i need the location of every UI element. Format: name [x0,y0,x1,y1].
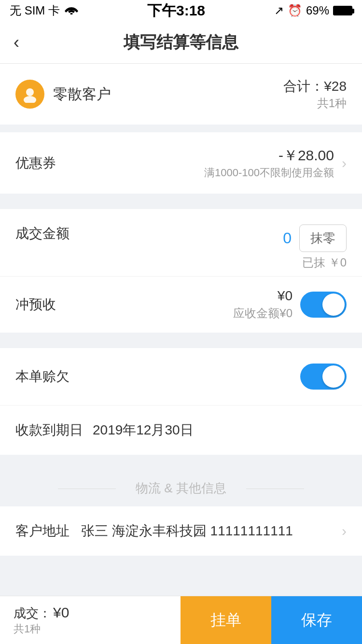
advance-toggle-wrap: ¥0 应收金额¥0 [233,288,292,321]
advance-amount: ¥0 [278,288,292,304]
status-bar: 无 SIM 卡 下午3:18 ↗ ⏰ 69% [0,0,362,21]
bottom-count: 共1种 [14,622,167,636]
due-date-row: 收款到期日 2019年12月30日 [0,405,362,455]
coupon-desc: 满1000-100不限制使用金额 [204,166,334,180]
status-right: ↗ ⏰ 69% [274,4,352,17]
customer-right: 合计：¥28 共1种 [283,77,347,111]
deal-amount-label: 成交金额 [15,224,70,243]
advance-label: 冲预收 [15,295,56,314]
debt-label: 本单赊欠 [15,367,70,386]
coupon-label: 优惠券 [15,154,56,172]
debt-row: 本单赊欠 [0,348,362,405]
advance-right: ¥0 应收金额¥0 [233,288,347,321]
gap-1 [0,201,362,209]
customer-section: 零散客户 合计：¥28 共1种 [0,64,362,125]
customer-total: 合计：¥28 [283,77,347,96]
customer-count: 共1种 [283,96,347,111]
coupon-discount: -￥28.00 [204,146,334,166]
battery-percent: 69% [306,4,329,17]
customer-avatar [15,80,44,109]
svg-point-0 [26,88,34,96]
coupon-value-wrap: -￥28.00 满1000-100不限制使用金额 › [204,146,347,180]
gap-2 [0,340,362,348]
customer-row: 零散客户 合计：¥28 共1种 [0,64,362,125]
customer-left: 零散客户 [15,80,111,109]
wifi-icon [65,4,78,17]
battery-icon [333,6,352,15]
advance-sub: 应收金额¥0 [233,306,292,321]
gap-3 [0,462,362,470]
location-icon: ↗ [274,4,284,17]
coupon-row[interactable]: 优惠券 -￥28.00 满1000-100不限制使用金额 › [0,132,362,194]
debt-section: 本单赊欠 收款到期日 2019年12月30日 [0,348,362,455]
hang-button[interactable]: 挂单 [181,596,271,644]
advance-row: 冲预收 ¥0 应收金额¥0 [0,276,362,333]
address-section: 客户地址 张三 海淀永丰科技园 11111111111 › [0,506,362,556]
coupon-section: 优惠券 -￥28.00 满1000-100不限制使用金额 › [0,132,362,194]
advance-toggle[interactable] [300,292,347,318]
round-zero-button[interactable]: 抹零 [299,224,347,252]
address-label: 客户地址 [15,522,70,540]
address-value: 张三 海淀永丰科技园 11111111111 [81,522,342,540]
bottom-deal-amount: ¥0 [53,604,69,621]
alarm-icon: ⏰ [288,4,302,17]
back-button[interactable]: ‹ [14,32,19,53]
page-title: 填写结算等信息 [124,31,238,54]
coupon-value-right: -￥28.00 满1000-100不限制使用金额 [204,146,334,180]
nav-bar: ‹ 填写结算等信息 [0,21,362,64]
bottom-deal-label: 成交： [14,605,51,622]
no-sim-text: 无 SIM 卡 [10,3,60,18]
save-button[interactable]: 保存 [271,596,362,644]
bottom-bar: 成交： ¥0 共1种 挂单 保存 [0,596,362,644]
address-chevron-icon: › [342,523,347,539]
deal-amount-input[interactable] [253,229,292,247]
already-zeroed-text: 已抹 ￥0 [302,255,347,270]
logistics-divider: 物流 & 其他信息 [0,470,362,506]
deal-advance-section: 成交金额 抹零 已抹 ￥0 冲预收 ¥0 应收金额¥0 [0,209,362,333]
due-date-value: 2019年12月30日 [93,421,194,439]
logistics-label: 物流 & 其他信息 [136,481,226,495]
due-date-label: 收款到期日 [15,421,83,439]
customer-name: 零散客户 [53,84,111,104]
deal-amount-row: 成交金额 抹零 已抹 ￥0 [0,209,362,276]
address-row[interactable]: 客户地址 张三 海淀永丰科技园 11111111111 › [0,506,362,556]
svg-point-1 [24,96,36,103]
status-left: 无 SIM 卡 [10,3,78,18]
status-time: 下午3:18 [147,1,205,21]
bottom-info: 成交： ¥0 共1种 [0,596,181,644]
debt-toggle[interactable] [300,364,347,390]
chevron-right-icon: › [342,155,347,171]
